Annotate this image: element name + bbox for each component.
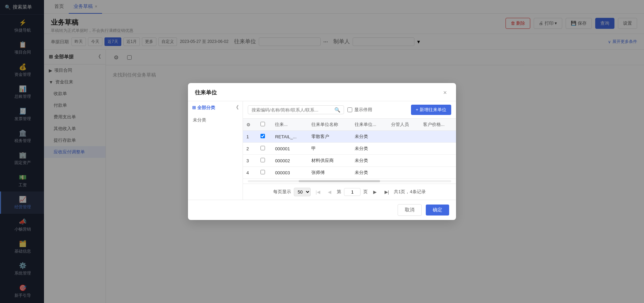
table-row[interactable]: 4 000003 张师傅 未分类 [243,167,456,179]
per-page-select[interactable]: 50 [294,188,311,196]
last-page-btn[interactable]: ▶| [382,187,391,196]
col-category: 往来单位... [351,119,388,131]
row-price [420,167,456,179]
dialog-footer: 取消 确定 [188,200,456,220]
col-code: 往来... [271,119,308,131]
category-header: ⊞ 全部分类 《 [188,101,243,114]
table-row[interactable]: 1 RETAIL_... 零散客户 未分类 [243,131,456,143]
row-manager [388,167,419,179]
row-category: 未分类 [351,155,388,167]
next-page-btn[interactable]: ▶ [370,187,379,196]
row-index: 2 [243,143,257,155]
row-name: 甲 [308,143,351,155]
row-checkbox[interactable] [257,167,271,179]
row-manager [388,155,419,167]
row-category: 未分类 [351,131,388,143]
scroll-thumb[interactable] [299,180,380,182]
first-page-btn[interactable]: |◀ [313,187,322,196]
category-collapse-btn[interactable]: 《 [234,105,238,111]
per-page-label: 每页显示 [273,189,291,195]
row-manager [388,131,419,143]
current-page-input[interactable] [344,188,360,196]
page-prefix-label: 第 [337,189,341,195]
row-price [420,143,456,155]
row-name: 材料供应商 [308,155,351,167]
dialog-pagination: 每页显示 50 |◀ ◀ 第 页 ▶ ▶| 共1页，4条记录 [243,184,456,200]
col-name: 往来单位名称 [308,119,351,131]
add-partner-button[interactable]: + 新增往来单位 [411,105,451,115]
category-title: ⊞ 全部分类 [192,105,215,111]
row-index: 1 [243,131,257,143]
row-code: RETAIL_... [271,131,308,143]
grid-icon: ⊞ [192,105,196,110]
row-name: 张师傅 [308,167,351,179]
partner-search-input[interactable] [252,107,332,113]
category-panel: ⊞ 全部分类 《 未分类 [188,101,243,200]
table-header-row: ⚙ 往来... 往来单位名称 往来单位... 分管人员 客户价格... [243,119,456,131]
table-select-all[interactable] [260,122,265,126]
dialog-header: 往来单位 × [188,83,456,101]
col-manager: 分管人员 [388,119,419,131]
page-suffix-label: 页 [363,189,368,195]
row-code: 000002 [271,155,308,167]
row-checkbox[interactable] [257,143,271,155]
row-index: 3 [243,155,257,167]
dialog-title: 往来单位 [195,89,217,96]
row-manager [388,143,419,155]
dialog-table: ⚙ 往来... 往来单位名称 往来单位... 分管人员 客户价格... [243,119,456,179]
partner-search-box: 🔍 [248,105,344,114]
row-category: 未分类 [351,167,388,179]
category-item-uncategorized[interactable]: 未分类 [188,114,243,126]
table-row[interactable]: 3 000002 材料供应商 未分类 [243,155,456,167]
show-disabled-checkbox[interactable] [347,107,352,112]
dialog-close-button[interactable]: × [441,89,449,97]
show-disabled-option[interactable]: 显示停用 [347,107,372,113]
row-index: 4 [243,167,257,179]
scroll-track [248,180,451,182]
col-settings: ⚙ [243,119,257,131]
row-price [420,155,456,167]
dialog-toolbar: 🔍 显示停用 + 新增往来单位 [243,101,456,119]
row-checkbox[interactable] [257,155,271,167]
cancel-button[interactable]: 取消 [398,204,422,216]
dialog-right: 🔍 显示停用 + 新增往来单位 ⚙ [243,101,456,200]
show-disabled-label: 显示停用 [354,107,372,113]
dialog-overlay[interactable]: 往来单位 × ⊞ 全部分类 《 未分类 [0,0,644,303]
partner-dialog: 往来单位 × ⊞ 全部分类 《 未分类 [188,83,456,220]
prev-page-btn[interactable]: ◀ [325,187,334,196]
dialog-body: ⊞ 全部分类 《 未分类 🔍 显示停用 [188,101,456,200]
row-code: 000003 [271,167,308,179]
col-price: 客户价格... [420,119,456,131]
row-price [420,131,456,143]
table-row[interactable]: 2 000001 甲 未分类 [243,143,456,155]
row-name: 零散客户 [308,131,351,143]
row-category: 未分类 [351,143,388,155]
col-checkbox [257,119,271,131]
total-info: 共1页，4条记录 [394,189,425,195]
row-checkbox[interactable] [257,131,271,143]
search-icon: 🔍 [334,107,340,113]
row-code: 000001 [271,143,308,155]
confirm-button[interactable]: 确定 [426,205,449,215]
